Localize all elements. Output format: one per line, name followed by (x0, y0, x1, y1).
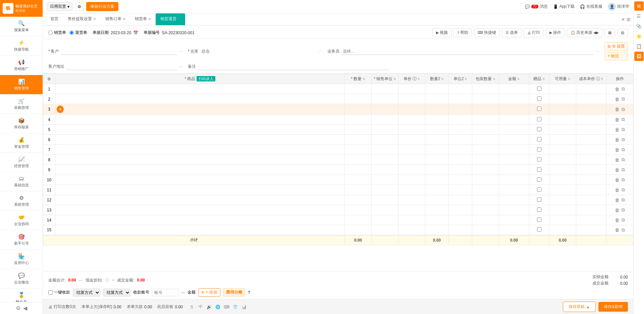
cell-cost-13[interactable] (576, 205, 606, 215)
cell-qty-12[interactable] (345, 195, 372, 205)
calc-method-select[interactable]: 结算方式 (103, 289, 130, 297)
sidebar-item-appstore[interactable]: 🏪 应用中心 (0, 250, 43, 269)
cell-qty-3[interactable] (345, 104, 372, 115)
industry-selector[interactable]: 日用百货 ▾ (47, 2, 72, 11)
sidebar-collapse-btn[interactable]: ◀ (23, 305, 27, 311)
cell-amount-7[interactable] (499, 145, 529, 155)
add-row-btn[interactable]: + (57, 106, 64, 113)
cell-price-9[interactable] (398, 165, 425, 175)
cell-qty2-10[interactable] (425, 175, 449, 185)
cell-qty-15[interactable] (345, 225, 372, 235)
one-key-pay-checkbox[interactable]: 一键收款 (48, 290, 70, 295)
cell-pkg-12[interactable] (472, 195, 499, 205)
cell-product-4[interactable] (55, 115, 345, 125)
tab-home[interactable]: 首页 (46, 13, 63, 25)
qty-input-14[interactable] (346, 218, 370, 223)
cell-unit2-9[interactable] (449, 165, 472, 175)
right-panel-btn-5[interactable]: 📋 (634, 42, 644, 51)
cell-qty-7[interactable] (345, 145, 372, 155)
cell-unit-11[interactable] (372, 185, 398, 195)
cell-product-11[interactable] (55, 185, 345, 195)
cell-cost-5[interactable] (576, 125, 606, 135)
tab-sale-order[interactable]: 销售订单 ✕ (101, 13, 130, 25)
cell-unit2-12[interactable] (449, 195, 472, 205)
product-input-3[interactable] (65, 107, 343, 112)
cell-gift-7[interactable] (529, 145, 549, 155)
sidebar-item-sales[interactable]: 📊 销售管理 (0, 75, 43, 95)
gift-checkbox-14[interactable] (537, 217, 541, 222)
cell-avail-9[interactable] (549, 165, 576, 175)
cell-cost-11[interactable] (576, 185, 606, 195)
cell-unit2-1[interactable] (449, 84, 472, 94)
row-delete-btn-5[interactable]: 🗑 (615, 127, 620, 132)
cell-product-14[interactable] (55, 215, 345, 225)
cell-product-15[interactable] (55, 225, 345, 235)
cell-gift-9[interactable] (529, 165, 549, 175)
row-copy-btn-5[interactable]: ⧉ (622, 127, 625, 132)
cash-info-icon[interactable]: ⓘ (105, 277, 109, 283)
cell-unit-6[interactable] (372, 135, 398, 145)
th-cost[interactable]: 成本单价 ⓘ (576, 74, 606, 84)
qty-input-6[interactable] (346, 137, 370, 142)
sidebar-item-quicknav[interactable]: ⚡ 快捷导航 (0, 36, 43, 56)
cell-avail-15[interactable] (549, 225, 576, 235)
tab-expand-btn[interactable]: ⊞ (627, 17, 631, 22)
cell-qty2-14[interactable] (425, 215, 449, 225)
row-copy-btn-1[interactable]: ⧉ (622, 86, 625, 92)
row-delete-btn-11[interactable]: 🗑 (615, 187, 620, 193)
user-profile-item[interactable]: 👤 徐泽华 (608, 3, 629, 11)
cell-gift-4[interactable] (529, 115, 549, 125)
cell-amount-1[interactable] (499, 84, 529, 94)
cell-unit2-4[interactable] (449, 115, 472, 125)
right-panel-btn-2[interactable]: ☰ (634, 11, 644, 21)
sidebar-item-purchase[interactable]: 🛒 采购管理 (0, 95, 43, 114)
cell-qty2-13[interactable] (425, 205, 449, 215)
cell-qty-6[interactable] (345, 135, 372, 145)
customer-dots[interactable]: ··· (179, 49, 182, 54)
cell-amount-2[interactable] (499, 94, 529, 104)
th-unit[interactable]: * 销售单位 (372, 74, 398, 84)
cell-price-5[interactable] (398, 125, 425, 135)
cell-gift-15[interactable] (529, 225, 549, 235)
cell-qty-14[interactable] (345, 215, 372, 225)
gift-checkbox-10[interactable] (537, 177, 541, 182)
cell-unit-5[interactable] (372, 125, 398, 135)
experience-btn[interactable]: 体验行业方案 (86, 2, 118, 11)
cell-pkg-3[interactable] (472, 104, 499, 115)
sidebar-item-system[interactable]: ⚙ 系统管理 (0, 191, 43, 211)
cell-amount-9[interactable] (499, 165, 529, 175)
scan-btn[interactable]: 扫码录入 (197, 76, 215, 81)
cell-unit2-13[interactable] (449, 205, 472, 215)
topbar-settings-button[interactable]: ⚙ (75, 3, 84, 11)
cell-unit2-3[interactable] (449, 104, 472, 115)
cell-qty2-5[interactable] (425, 125, 449, 135)
gift-checkbox-11[interactable] (537, 187, 541, 192)
row-copy-btn-13[interactable]: ⧉ (622, 207, 625, 213)
gift-checkbox-3[interactable] (537, 107, 541, 111)
row-delete-btn-12[interactable]: 🗑 (615, 197, 620, 203)
sidebar-item-wechat[interactable]: 💬 企业微信 (0, 269, 43, 289)
cell-gift-3[interactable] (529, 104, 549, 115)
cell-product-12[interactable] (55, 195, 345, 205)
cell-product-3[interactable]: + (55, 104, 345, 115)
qty-input-8[interactable] (346, 158, 370, 162)
cell-pkg-4[interactable] (472, 115, 499, 125)
cell-unit-2[interactable] (372, 94, 398, 104)
cell-unit-15[interactable] (372, 225, 398, 235)
row-delete-btn-3[interactable]: 🗑 (615, 107, 620, 112)
qty-input-10[interactable] (346, 178, 370, 182)
cell-qty-13[interactable] (345, 205, 372, 215)
sidebar-item-operation[interactable]: 📈 经营管理 (0, 153, 43, 172)
cell-unit2-7[interactable] (449, 145, 472, 155)
cell-unit-4[interactable] (372, 115, 398, 125)
cell-qty2-2[interactable] (425, 94, 449, 104)
settings-panel-btn[interactable]: ⚙ ⚙ 设置 (604, 42, 628, 51)
row-delete-btn-8[interactable]: 🗑 (615, 157, 620, 163)
cell-unit2-2[interactable] (449, 94, 472, 104)
sidebar-item-member[interactable]: 🏅 畅会员 (0, 289, 43, 302)
cell-avail-8[interactable] (549, 155, 576, 165)
cell-product-1[interactable] (55, 84, 345, 94)
qty-input-5[interactable] (346, 127, 370, 132)
notification-item[interactable]: 💬 70 消息 (525, 4, 548, 9)
cell-qty2-3[interactable] (425, 104, 449, 115)
